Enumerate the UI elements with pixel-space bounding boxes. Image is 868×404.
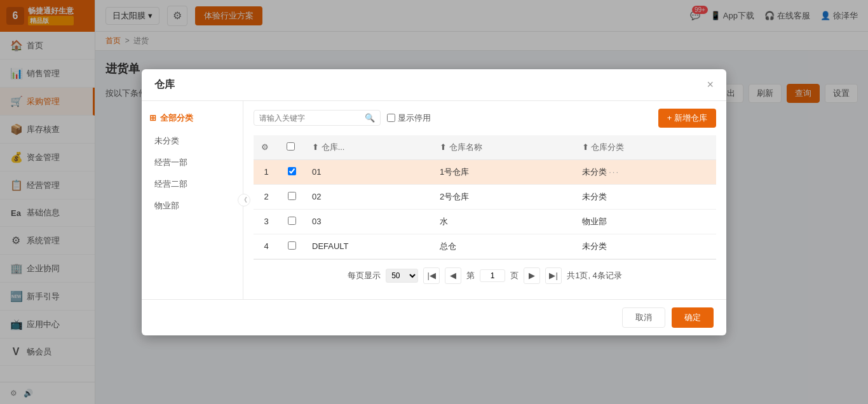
pagination-bar: 每页显示 50 100 |◀ ◀ 第 页 ▶ ▶| bbox=[254, 259, 716, 292]
table-row[interactable]: 2 02 2号仓库 未分类 bbox=[254, 184, 716, 209]
col-name: ⬆ 仓库名称 bbox=[432, 135, 574, 160]
search-icon[interactable]: 🔍 bbox=[365, 113, 375, 123]
modal-body: ⊞ 全部分类 《 未分类 经营一部 经营二部 物业部 🔍 bbox=[142, 101, 726, 299]
table-container: ⚙ ⬆ 仓库... ⬆ 仓库名称 bbox=[254, 135, 716, 259]
row-code: DEFAULT bbox=[304, 234, 432, 259]
main-area: 日太阳膜 ▾ ⚙ 体验行业方案 💬 99+ 📱 App下载 🎧 在线客服 👤 徐… bbox=[95, 0, 868, 404]
col-category: ⬆ 仓库分类 bbox=[574, 135, 716, 160]
search-box: 🔍 bbox=[254, 110, 381, 126]
row-category: 物业部 bbox=[574, 209, 716, 234]
col-checkbox bbox=[279, 135, 304, 160]
row-category: 未分类 ··· bbox=[574, 159, 716, 184]
tree-item-dept1[interactable]: 经营一部 bbox=[142, 152, 243, 173]
row-name: 水 bbox=[432, 209, 574, 234]
row-code: 03 bbox=[304, 209, 432, 234]
row-name: 1号仓库 bbox=[432, 159, 574, 184]
modal-close-button[interactable]: × bbox=[707, 78, 714, 91]
last-page-button[interactable]: ▶| bbox=[545, 267, 562, 284]
row-checkbox[interactable] bbox=[288, 167, 296, 175]
prev-page-button[interactable]: ◀ bbox=[445, 267, 461, 284]
table-row[interactable]: 3 03 水 物业部 bbox=[254, 209, 716, 234]
modal-overlay: 仓库 × ⊞ 全部分类 《 未分类 经营一部 经营二部 物业部 bbox=[95, 0, 868, 404]
page-number-input[interactable] bbox=[480, 269, 505, 282]
table-header-row: ⚙ ⬆ 仓库... ⬆ 仓库名称 bbox=[254, 135, 716, 160]
row-code: 02 bbox=[304, 184, 432, 209]
warehouse-table-body: 1 01 1号仓库 未分类 ··· 2 02 2号仓库 未分类 3 03 水 物… bbox=[254, 159, 716, 259]
page-unit: 页 bbox=[510, 270, 519, 281]
grid-icon: ⊞ bbox=[149, 113, 156, 123]
page-size-selector[interactable]: 50 100 bbox=[386, 269, 418, 283]
row-category: 未分类 bbox=[574, 184, 716, 209]
show-disabled-input[interactable] bbox=[387, 114, 395, 122]
tree-item-dept2[interactable]: 经营二部 bbox=[142, 173, 243, 195]
row-code: 01 bbox=[304, 159, 432, 184]
first-page-button[interactable]: |◀ bbox=[423, 267, 440, 284]
row-number: 4 bbox=[254, 234, 279, 259]
sort-icon-cat: ⬆ bbox=[582, 142, 589, 152]
tree-header[interactable]: ⊞ 全部分类 bbox=[142, 109, 243, 128]
row-actions-button[interactable]: ··· bbox=[609, 167, 620, 177]
tree-collapse-button[interactable]: 《 bbox=[238, 194, 250, 206]
modal-title: 仓库 bbox=[154, 78, 175, 91]
col-settings: ⚙ bbox=[254, 135, 279, 160]
tree-header-label: 全部分类 bbox=[160, 112, 193, 124]
tree-item-uncategorized[interactable]: 未分类 bbox=[142, 130, 243, 152]
per-page-label: 每页显示 bbox=[348, 270, 381, 281]
row-number: 1 bbox=[254, 159, 279, 184]
row-checkbox-cell bbox=[279, 234, 304, 259]
row-checkbox-cell bbox=[279, 184, 304, 209]
row-number: 2 bbox=[254, 184, 279, 209]
row-number: 3 bbox=[254, 209, 279, 234]
col-code: ⬆ 仓库... bbox=[304, 135, 432, 160]
add-warehouse-button[interactable]: + 新增仓库 bbox=[658, 109, 716, 128]
confirm-button[interactable]: 确定 bbox=[672, 307, 714, 328]
row-name: 2号仓库 bbox=[432, 184, 574, 209]
select-all-checkbox[interactable] bbox=[287, 142, 295, 151]
page-label: 第 bbox=[466, 270, 475, 281]
row-checkbox[interactable] bbox=[288, 192, 296, 200]
sort-icon-name: ⬆ bbox=[440, 142, 447, 152]
warehouse-modal: 仓库 × ⊞ 全部分类 《 未分类 经营一部 经营二部 物业部 bbox=[142, 69, 726, 335]
warehouse-content-panel: 🔍 显示停用 + 新增仓库 ⚙ bbox=[243, 101, 726, 299]
warehouse-table: ⚙ ⬆ 仓库... ⬆ 仓库名称 bbox=[254, 135, 716, 259]
tree-item-property[interactable]: 物业部 bbox=[142, 195, 243, 217]
cancel-button[interactable]: 取消 bbox=[622, 307, 665, 328]
row-name: 总仓 bbox=[432, 234, 574, 259]
total-info: 共1页, 4条记录 bbox=[567, 270, 622, 281]
search-input[interactable] bbox=[259, 114, 361, 123]
show-disabled-checkbox[interactable]: 显示停用 bbox=[387, 112, 431, 124]
row-checkbox[interactable] bbox=[288, 217, 296, 225]
row-checkbox-cell bbox=[279, 209, 304, 234]
sort-icon: ⬆ bbox=[312, 142, 319, 152]
category-tree-panel: ⊞ 全部分类 《 未分类 经营一部 经营二部 物业部 bbox=[142, 101, 243, 299]
modal-header: 仓库 × bbox=[142, 69, 726, 101]
modal-footer: 取消 确定 bbox=[142, 299, 726, 335]
row-checkbox-cell bbox=[279, 159, 304, 184]
modal-toolbar: 🔍 显示停用 + 新增仓库 bbox=[254, 109, 716, 128]
row-category: 未分类 bbox=[574, 234, 716, 259]
next-page-button[interactable]: ▶ bbox=[524, 267, 540, 284]
table-row[interactable]: 4 DEFAULT 总仓 未分类 bbox=[254, 234, 716, 259]
table-row[interactable]: 1 01 1号仓库 未分类 ··· bbox=[254, 159, 716, 184]
page-size-select[interactable]: 50 100 bbox=[386, 269, 418, 283]
row-checkbox[interactable] bbox=[288, 241, 296, 250]
